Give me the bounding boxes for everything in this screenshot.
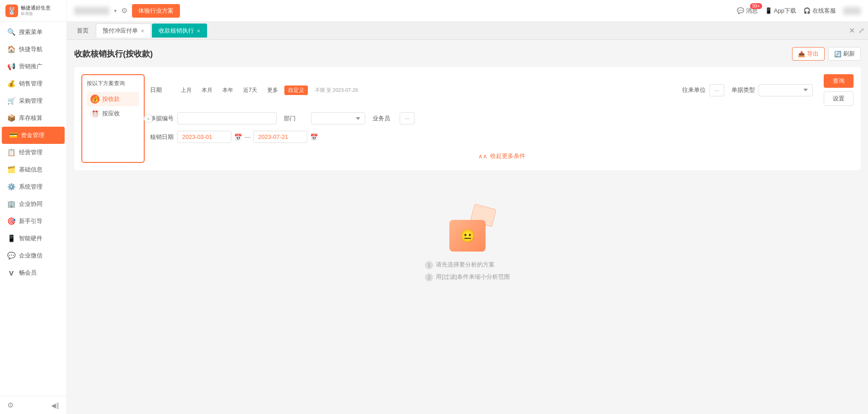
collapse-more-label: 收起更多条件 [490, 152, 525, 160]
write-off-end-calendar-icon[interactable]: 📅 [310, 133, 318, 141]
wechat-icon: 💬 [7, 252, 15, 260]
sidebar-item-quicknav[interactable]: 🏠 快捷导航 [0, 41, 66, 58]
sidebar-collapse-button[interactable]: ◀‖ [51, 402, 59, 409]
empty-hints: 1 请先选择要分析的方案 2 用[过滤]条件来缩小分析范围 [425, 261, 509, 285]
by-receipt-label: 按收款 [102, 95, 120, 103]
page-header: 收款核销执行(按收款) 📤 导出 🔄 刷新 [74, 47, 861, 61]
sidebar-item-search[interactable]: 🔍 搜索菜单 [0, 24, 66, 41]
sidebar-item-label: 畅会员 [19, 269, 37, 277]
no-limit-date-display: 不限 至 2023-07-26 [315, 87, 358, 94]
tab-prepay-close-icon[interactable]: ✕ [141, 29, 144, 33]
empty-hint-2: 2 用[过滤]条件来缩小分析范围 [425, 273, 509, 281]
no-limit-date-text: 不限 至 2023-07-26 [315, 87, 358, 94]
collapse-more-button[interactable]: ∧∧ 收起更多条件 [150, 149, 854, 163]
filter-row-2: 单据编号 部门 业务员 ··· [150, 112, 854, 124]
write-off-start-input[interactable] [177, 131, 231, 143]
write-off-start-calendar-icon[interactable]: 📅 [234, 133, 242, 141]
filter-row-1: 日期 上月 本月 本年 近7天 更多 自定义 不限 至 2023-07-26 [150, 74, 854, 106]
sidebar-item-purchase[interactable]: 🛒 采购管理 [0, 92, 66, 109]
tab-expand-icon[interactable]: ⤢ [859, 26, 864, 35]
filter-option-by-receipt[interactable]: 💰 按收款 [87, 92, 139, 106]
collapse-up-icon: ∧∧ [478, 153, 487, 160]
quick-dates: 上月 本月 本年 近7天 更多 自定义 [177, 85, 308, 95]
quick-date-this-year[interactable]: 本年 [219, 85, 237, 95]
sidebar-item-enterprise[interactable]: 🏢 企业协同 [0, 195, 66, 213]
sidebar-item-marketing[interactable]: 📢 营销推广 [0, 58, 66, 75]
refresh-button[interactable]: 🔄 刷新 [828, 47, 861, 61]
topbar-settings-icon[interactable]: ⚙ [121, 6, 127, 15]
app-icon: 📱 [765, 7, 772, 14]
sidebar-item-operation[interactable]: 📋 经营管理 [0, 144, 66, 161]
app-download-button[interactable]: 📱 App下载 [765, 7, 796, 15]
sidebar-item-label: 资金管理 [21, 131, 44, 139]
filter-scheme-sidebar: 按以下方案查询 💰 按收款 ⏰ 按应收 » [81, 74, 145, 163]
tab-prepay-label: 预付冲应付单 [103, 27, 138, 35]
hint-1-number: 1 [425, 261, 433, 269]
topbar-chevron-icon[interactable]: ▾ [114, 8, 117, 14]
empty-illustration: 😐 [440, 206, 495, 252]
tab-receipt-offset[interactable]: 收款核销执行 ✕ [152, 24, 207, 38]
by-receivable-icon: ⏰ [90, 109, 99, 118]
by-receivable-label: 按应收 [102, 109, 120, 118]
tab-receipt-close-icon[interactable]: ✕ [197, 29, 200, 33]
voucher-type-filter-item: 单据类型 [731, 84, 813, 96]
solution-button[interactable]: 体验行业方案 [132, 4, 180, 18]
sidebar-item-label: 库存核算 [19, 114, 42, 122]
sidebar-item-member[interactable]: V 畅会员 [0, 264, 66, 281]
sidebar-item-inventory[interactable]: 📦 库存核算 [0, 109, 66, 127]
filter-sidebar-collapse-button[interactable]: » [144, 114, 153, 123]
staff-select-button[interactable]: ··· [400, 112, 415, 124]
empty-hint-1: 1 请先选择要分析的方案 [425, 261, 509, 269]
department-select[interactable] [311, 112, 365, 124]
sidebar-item-label: 经营管理 [19, 148, 42, 157]
sidebar-item-label: 搜索菜单 [19, 28, 42, 36]
filter-option-by-receivable[interactable]: ⏰ 按应收 [87, 106, 139, 121]
quick-date-this-month[interactable]: 本月 [198, 85, 216, 95]
sidebar-item-wechat[interactable]: 💬 企业微信 [0, 247, 66, 264]
sidebar-item-sales[interactable]: 💰 销售管理 [0, 75, 66, 92]
sidebar-item-basic[interactable]: 🗂️ 基础信息 [0, 161, 66, 178]
filter-panel: 按以下方案查询 💰 按收款 ⏰ 按应收 » 日期 [74, 67, 861, 170]
sidebar-item-guide[interactable]: 🎯 新手引导 [0, 213, 66, 230]
message-badge: 99+ [750, 3, 762, 9]
query-button[interactable]: 查询 [824, 74, 854, 88]
refresh-icon: 🔄 [834, 51, 841, 57]
sidebar-item-system[interactable]: ⚙️ 系统管理 [0, 178, 66, 195]
search-icon: 🔍 [7, 28, 15, 36]
settings-icon[interactable]: ⚙ [7, 401, 14, 409]
export-icon: 📤 [798, 51, 805, 57]
sidebar-nav: 🔍 搜索菜单 🏠 快捷导航 📢 营销推广 💰 销售管理 🛒 采购管理 📦 库存核… [0, 22, 66, 396]
sidebar-logo: 🐰 畅捷通好生意 标准版 [0, 0, 66, 22]
message-button[interactable]: 💬 消息 99+ [737, 7, 758, 15]
hint-2-text: 用[过滤]条件来缩小分析范围 [436, 273, 509, 281]
sidebar: 🐰 畅捷通好生意 标准版 🔍 搜索菜单 🏠 快捷导航 📢 营销推广 💰 销售管理… [0, 0, 67, 414]
voucher-type-select[interactable] [759, 84, 813, 96]
tab-home[interactable]: 首页 [71, 24, 95, 38]
purchase-icon: 🛒 [7, 97, 15, 105]
voucher-num-input[interactable] [177, 112, 277, 124]
tab-receipt-label: 收款核销执行 [159, 27, 194, 35]
online-service-button[interactable]: 🎧 在线客服 [803, 7, 836, 15]
date-separator: — [245, 133, 250, 140]
partner-label: 往来单位 [682, 86, 706, 94]
sidebar-item-label: 快捷导航 [19, 45, 42, 53]
topbar-right: 💬 消息 99+ 📱 App下载 🎧 在线客服 用户名 [737, 7, 861, 15]
export-button[interactable]: 📤 导出 [792, 47, 825, 61]
empty-face-icon: 😐 [460, 228, 476, 243]
online-service-label: 在线客服 [812, 7, 836, 15]
settings-button[interactable]: 设置 [824, 91, 854, 106]
tab-prepay[interactable]: 预付冲应付单 ✕ [96, 24, 151, 38]
custom-date-badge[interactable]: 自定义 [284, 86, 308, 95]
quick-date-more[interactable]: 更多 [264, 85, 282, 95]
basic-icon: 🗂️ [7, 166, 15, 174]
write-off-end-input[interactable] [253, 131, 307, 143]
hardware-icon: 📱 [7, 234, 15, 243]
sidebar-item-hardware[interactable]: 📱 智能硬件 [0, 230, 66, 247]
enterprise-icon: 🏢 [7, 200, 15, 208]
sidebar-item-label: 智能硬件 [19, 234, 42, 243]
quick-date-last-month[interactable]: 上月 [177, 85, 195, 95]
quick-date-7days[interactable]: 近7天 [240, 85, 261, 95]
tab-close-all-icon[interactable]: ✕ [849, 26, 855, 35]
partner-select-button[interactable]: ··· [709, 84, 724, 96]
sidebar-item-finance[interactable]: 💳 资金管理 [2, 127, 65, 144]
